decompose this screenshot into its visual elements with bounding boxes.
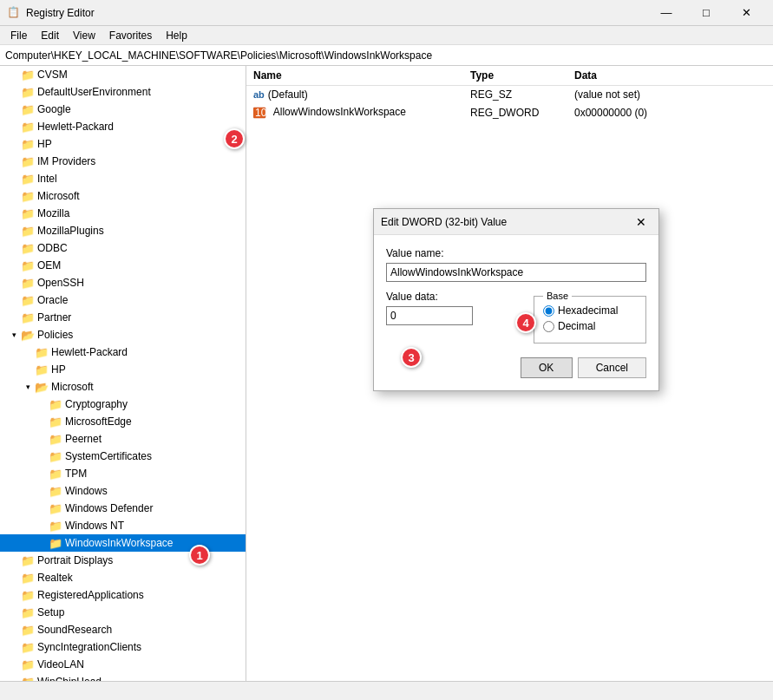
- expand-icon: [7, 311, 21, 324]
- tree-item-policies-hp2[interactable]: 📁 HP: [0, 361, 246, 378]
- tree-item-systemcerts[interactable]: 📁 SystemCertificates: [0, 448, 246, 465]
- tree-item-cvsm[interactable]: 📁 CVSM: [0, 66, 246, 83]
- row-data: 0x00000000 (0): [574, 107, 748, 119]
- tree-item-policies-hp[interactable]: 📁 Hewlett-Packard: [0, 343, 246, 361]
- tree-label: MicrosoftEdge: [65, 415, 132, 428]
- tree-item-mozilla[interactable]: 📁 Mozilla: [0, 205, 246, 222]
- status-bar: [0, 681, 773, 700]
- tree-label: Windows Defender: [65, 502, 153, 514]
- expand-icon: [7, 623, 21, 637]
- folder-icon: 📁: [21, 258, 35, 272]
- tree-label: ODBC: [37, 242, 68, 254]
- menu-favorites[interactable]: Favorites: [102, 28, 159, 43]
- row-type: REG_SZ: [470, 88, 574, 101]
- ok-button[interactable]: OK: [521, 357, 573, 378]
- tree-item-intel[interactable]: 📁 Intel: [0, 170, 246, 187]
- tree-item-syncintegration[interactable]: 📁 SyncIntegrationClients: [0, 638, 246, 656]
- tree-item-openssh[interactable]: 📁 OpenSSH: [0, 274, 246, 291]
- folder-icon-selected: 📁: [49, 536, 62, 550]
- tree-item-hewlett-packard[interactable]: 📁 Hewlett-Packard: [0, 118, 246, 135]
- value-data-input[interactable]: [386, 306, 473, 325]
- tree-item-windows[interactable]: 📁 Windows: [0, 482, 246, 500]
- expand-icon: [7, 68, 21, 82]
- tree-item-policies-microsoft[interactable]: ▾ 📂 Microsoft: [0, 378, 246, 396]
- table-row-default[interactable]: ab(Default) REG_SZ (value not set): [246, 86, 773, 103]
- menu-bar: File Edit View Favorites Help: [0, 26, 773, 45]
- expand-icon: [7, 571, 21, 585]
- hexadecimal-radio[interactable]: [543, 305, 554, 317]
- tree-item-microsoftedge[interactable]: 📁 MicrosoftEdge: [0, 413, 246, 430]
- tree-item-mozillaplugins[interactable]: 📁 MozillaPlugins: [0, 222, 246, 239]
- value-data-label: Value data:: [386, 291, 520, 303]
- tree-item-setup[interactable]: 📁 Setup: [0, 604, 246, 621]
- tree-item-oracle[interactable]: 📁 Oracle: [0, 291, 246, 309]
- tree-item-windowsnt[interactable]: 📁 Windows NT: [0, 517, 246, 534]
- dialog-close-button[interactable]: ✕: [631, 212, 652, 232]
- decimal-radio[interactable]: [543, 321, 554, 332]
- tree-item-windowsinkworkspace[interactable]: 📁 WindowsInkWorkspace: [0, 534, 246, 552]
- folder-icon: 📁: [21, 241, 35, 255]
- menu-edit[interactable]: Edit: [34, 28, 66, 43]
- tree-label: Microsoft: [51, 381, 94, 393]
- tree-item-microsoft-top[interactable]: 📁 Microsoft: [0, 187, 246, 205]
- menu-file[interactable]: File: [3, 28, 34, 43]
- tree-panel[interactable]: 📁 CVSM 📁 DefaultUserEnvironment 📁 Google…: [0, 66, 246, 681]
- close-button[interactable]: ✕: [726, 0, 766, 26]
- tree-label: Windows: [65, 485, 108, 497]
- tree-label: IM Providers: [37, 155, 95, 167]
- expand-icon: [7, 172, 21, 186]
- tree-label: WinChipHead: [37, 676, 102, 681]
- expand-icon: [35, 501, 49, 515]
- tree-item-odbc[interactable]: 📁 ODBC: [0, 239, 246, 257]
- tree-item-oem[interactable]: 📁 OEM: [0, 257, 246, 274]
- tree-item-registeredapps[interactable]: 📁 RegisteredApplications: [0, 586, 246, 604]
- tree-item-hp[interactable]: 📁 HP: [0, 135, 246, 153]
- menu-view[interactable]: View: [66, 28, 102, 43]
- tree-label: Intel: [37, 173, 57, 185]
- folder-icon: 📁: [21, 571, 35, 585]
- expand-icon: [35, 519, 49, 533]
- tree-label: OpenSSH: [37, 277, 84, 289]
- folder-icon: 📁: [35, 345, 49, 359]
- tree-item-videolan[interactable]: 📁 VideoLAN: [0, 656, 246, 673]
- tree-item-policies[interactable]: ▾ 📂 Policies: [0, 326, 246, 343]
- tree-item-winchiphead[interactable]: 📁 WinChipHead: [0, 673, 246, 681]
- tree-label: TPM: [65, 468, 87, 480]
- tree-label: HP: [51, 363, 66, 376]
- folder-icon: 📁: [35, 363, 49, 376]
- expand-icon: [7, 293, 21, 307]
- dialog-body: Value name: Value data: Base Hexadecimal: [374, 235, 658, 390]
- folder-icon: 📁: [21, 553, 35, 567]
- tree-label: HP: [37, 138, 52, 150]
- folder-icon: 📁: [21, 605, 35, 619]
- tree-item-im-providers[interactable]: 📁 IM Providers: [0, 153, 246, 170]
- row-type: REG_DWORD: [470, 107, 574, 119]
- tree-item-peernet[interactable]: 📁 Peernet: [0, 430, 246, 448]
- tree-label: Microsoft: [37, 190, 80, 202]
- value-name-input[interactable]: [386, 263, 646, 282]
- tree-item-windowsdefender[interactable]: 📁 Windows Defender: [0, 500, 246, 517]
- expand-icon: [7, 206, 21, 220]
- tree-item-soundresearch[interactable]: 📁 SoundResearch: [0, 621, 246, 638]
- expand-icon: [7, 154, 21, 168]
- tree-item-google[interactable]: 📁 Google: [0, 101, 246, 118]
- folder-icon: 📁: [21, 68, 35, 82]
- decimal-option[interactable]: Decimal: [543, 320, 637, 332]
- tree-item-cryptography[interactable]: 📁 Cryptography: [0, 396, 246, 413]
- tree-label: Partner: [37, 311, 71, 324]
- col-name: Name: [253, 69, 470, 82]
- hexadecimal-option[interactable]: Hexadecimal: [543, 304, 637, 317]
- tree-item-realtek[interactable]: 📁 Realtek: [0, 569, 246, 586]
- tree-label: Hewlett-Packard: [37, 121, 114, 133]
- folder-icon: 📁: [21, 276, 35, 290]
- minimize-button[interactable]: —: [646, 0, 686, 26]
- table-row-allowwindowsink[interactable]: 10 AllowWindowsInkWorkspace REG_DWORD 0x…: [246, 103, 773, 121]
- tree-item-defaultuserenv[interactable]: 📁 DefaultUserEnvironment: [0, 83, 246, 101]
- cancel-button[interactable]: Cancel: [578, 357, 646, 378]
- menu-help[interactable]: Help: [159, 28, 194, 43]
- folder-icon: 📁: [49, 415, 62, 429]
- maximize-button[interactable]: □: [686, 0, 726, 26]
- tree-item-tpm[interactable]: 📁 TPM: [0, 465, 246, 482]
- tree-item-portrait-displays[interactable]: 📁 Portrait Displays: [0, 552, 246, 569]
- tree-item-partner[interactable]: 📁 Partner: [0, 309, 246, 326]
